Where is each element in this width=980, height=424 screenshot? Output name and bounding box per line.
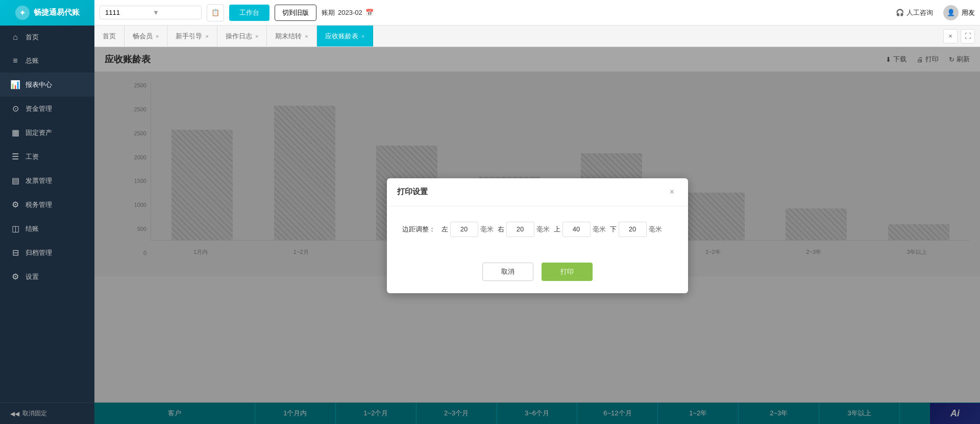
page-content: 应收账龄表 ⬇ 下载 🖨 打印 ↻ 刷新 <box>94 47 980 424</box>
top-direction-label: 上 <box>554 225 560 234</box>
sidebar-label-tax: 税务管理 <box>26 200 52 209</box>
company-name: 1111 <box>105 9 149 16</box>
tab-member[interactable]: 畅会员 × <box>125 26 167 46</box>
right-direction-label: 右 <box>498 225 504 234</box>
left-margin-input[interactable] <box>450 222 478 237</box>
main-layout: ⌂ 首页 ≡ 总账 📊 报表中心 ⊙ 资金管理 ▦ 固定资产 ☰ 工资 <box>0 26 980 424</box>
header-right: 🎧 人工咨询 👤 用友 <box>896 5 975 20</box>
modal-footer: 取消 打印 <box>387 263 688 293</box>
margin-left-group: 左 毫米 <box>442 222 494 237</box>
modal-body: 边距调整： 左 毫米 右 毫米 <box>387 206 688 263</box>
modal-title: 打印设置 <box>397 187 428 197</box>
sidebar-label-invoice: 发票管理 <box>26 176 52 185</box>
left-unit-label: 毫米 <box>480 225 494 234</box>
sidebar-footer-label: 取消固定 <box>22 409 47 418</box>
ledger-icon: ≡ <box>10 56 20 65</box>
tab-home-label: 首页 <box>103 32 116 41</box>
headset-icon: 🎧 <box>896 9 904 16</box>
user-area[interactable]: 👤 用友 <box>943 5 975 20</box>
tab-oplog[interactable]: 操作日志 × <box>217 26 267 46</box>
bottom-direction-label: 下 <box>610 225 617 234</box>
sidebar-item-settings[interactable]: ⚙ 设置 <box>0 265 94 289</box>
tabs-expand-button[interactable]: ⛶ <box>961 29 975 43</box>
sidebar-item-home[interactable]: ⌂ 首页 <box>0 26 94 49</box>
calendar-button[interactable]: 📋 <box>207 4 224 21</box>
sidebar-footer-unpin[interactable]: ◀◀ 取消固定 <box>0 403 94 424</box>
sidebar-label-home: 首页 <box>26 33 39 42</box>
user-avatar: 👤 <box>943 5 959 20</box>
tab-home[interactable]: 首页 <box>94 26 125 46</box>
top-unit-label: 毫米 <box>593 225 606 234</box>
tab-aging[interactable]: 应收账龄表 × <box>317 26 373 46</box>
tab-oplog-label: 操作日志 <box>226 32 252 41</box>
switch-old-button[interactable]: 切到旧版 <box>275 5 316 21</box>
margin-bottom-group: 下 毫米 <box>610 222 662 237</box>
tabs-close-all-button[interactable]: × <box>943 29 958 43</box>
sidebar-item-assets[interactable]: ▦ 固定资产 <box>0 121 94 145</box>
margin-row: 边距调整： 左 毫米 右 毫米 <box>402 222 673 237</box>
sidebar-label-settings: 设置 <box>26 272 39 281</box>
content-area: 首页 畅会员 × 新手引导 × 操作日志 × 期末结转 × 应收账龄表 × <box>94 26 980 424</box>
unpin-icon: ◀◀ <box>10 410 19 417</box>
payroll-icon: ☰ <box>10 152 20 161</box>
tab-member-close[interactable]: × <box>156 33 159 39</box>
sidebar-label-funds: 资金管理 <box>26 104 52 113</box>
settle-icon: ◫ <box>10 224 20 233</box>
tab-guide-close[interactable]: × <box>205 33 208 39</box>
left-direction-label: 左 <box>442 225 448 234</box>
support-button[interactable]: 🎧 人工咨询 <box>896 8 933 17</box>
modal-close-button[interactable]: × <box>667 186 678 198</box>
tab-aging-label: 应收账龄表 <box>325 32 358 41</box>
sidebar-item-payroll[interactable]: ☰ 工资 <box>0 145 94 169</box>
tabs-bar: 首页 畅会员 × 新手引导 × 操作日志 × 期末结转 × 应收账龄表 × <box>94 26 980 47</box>
period-value: 2023-02 <box>338 9 362 16</box>
bottom-margin-input[interactable] <box>619 222 647 237</box>
tab-oplog-close[interactable]: × <box>255 33 258 39</box>
bottom-unit-label: 毫米 <box>649 225 662 234</box>
tab-yearend[interactable]: 期末结转 × <box>267 26 316 46</box>
right-unit-label: 毫米 <box>536 225 550 234</box>
sidebar-label-payroll: 工资 <box>26 152 39 161</box>
confirm-print-button[interactable]: 打印 <box>542 263 593 281</box>
cancel-button[interactable]: 取消 <box>482 263 533 281</box>
tab-yearend-close[interactable]: × <box>305 33 308 39</box>
period-calendar-icon[interactable]: 📅 <box>365 9 374 16</box>
top-margin-input[interactable] <box>562 222 591 237</box>
logo-icon: ✦ <box>15 6 30 20</box>
tab-guide-label: 新手引导 <box>176 32 202 41</box>
sidebar-label-archive: 归档管理 <box>26 248 52 257</box>
sidebar-item-invoice[interactable]: ▤ 发票管理 <box>0 169 94 193</box>
reports-icon: 📊 <box>10 80 20 89</box>
archive-icon: ⊟ <box>10 248 20 257</box>
company-dropdown-arrow: ▼ <box>153 9 196 16</box>
top-header: ✦ 畅捷通易代账 1111 ▼ 📋 工作台 切到旧版 账期 2023-02 📅 … <box>0 0 980 26</box>
funds-icon: ⊙ <box>10 104 20 113</box>
sidebar-item-ledger[interactable]: ≡ 总账 <box>0 49 94 73</box>
sidebar-label-settle: 结账 <box>26 224 39 233</box>
sidebar-scroll: ⌂ 首页 ≡ 总账 📊 报表中心 ⊙ 资金管理 ▦ 固定资产 ☰ 工资 <box>0 26 94 403</box>
sidebar-item-archive[interactable]: ⊟ 归档管理 <box>0 241 94 265</box>
tab-aging-close[interactable]: × <box>361 33 364 39</box>
margin-right-group: 右 毫米 <box>498 222 550 237</box>
sidebar-label-assets: 固定资产 <box>26 128 52 137</box>
modal-overlay[interactable]: 打印设置 × 边距调整： 左 毫米 右 <box>94 47 980 424</box>
period-label: 账期 <box>322 8 335 17</box>
company-selector[interactable]: 1111 ▼ <box>100 6 202 19</box>
sidebar-label-reports: 报表中心 <box>26 80 52 89</box>
right-margin-input[interactable] <box>506 222 534 237</box>
tab-yearend-label: 期末结转 <box>275 32 302 41</box>
sidebar-item-tax[interactable]: ⚙ 税务管理 <box>0 193 94 217</box>
sidebar-item-reports[interactable]: 📊 报表中心 <box>0 73 94 97</box>
home-icon: ⌂ <box>10 33 20 42</box>
sidebar-item-funds[interactable]: ⊙ 资金管理 <box>0 97 94 121</box>
print-settings-modal: 打印设置 × 边距调整： 左 毫米 右 <box>387 178 688 293</box>
modal-header: 打印设置 × <box>387 178 688 206</box>
sidebar-item-settle[interactable]: ◫ 结账 <box>0 217 94 241</box>
logo-area: ✦ 畅捷通易代账 <box>0 0 94 26</box>
margin-top-group: 上 毫米 <box>554 222 606 237</box>
tabs-end-buttons: × ⛶ <box>938 26 980 46</box>
workbench-button[interactable]: 工作台 <box>229 5 270 21</box>
tax-icon: ⚙ <box>10 200 20 209</box>
assets-icon: ▦ <box>10 128 20 137</box>
tab-guide[interactable]: 新手引导 × <box>167 26 217 46</box>
